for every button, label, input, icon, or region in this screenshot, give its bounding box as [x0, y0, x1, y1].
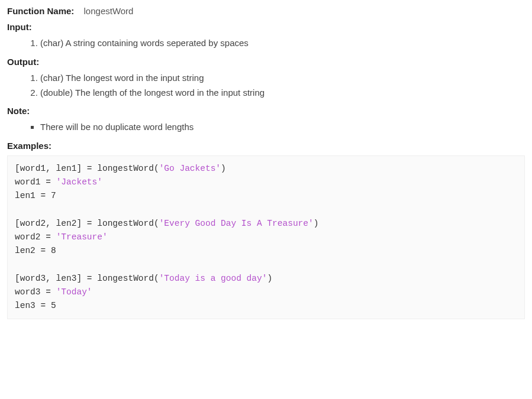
code-string: 'Treasure': [56, 232, 108, 242]
list-item: (double) The length of the longest word …: [40, 86, 525, 99]
code-string: 'Today': [56, 287, 92, 297]
code-text: len2 = 8: [15, 246, 56, 255]
code-text: ): [314, 219, 319, 228]
code-string: 'Go Jackets': [159, 164, 221, 173]
code-text: [word1, len1] = longestWord(: [15, 164, 159, 173]
code-text: [word2, len2] = longestWord(: [15, 219, 159, 228]
code-text: ): [267, 274, 272, 283]
examples-label: Examples:: [7, 141, 525, 151]
output-list: (char) The longest word in the input str…: [7, 72, 525, 99]
note-list: There will be no duplicate word lengths: [7, 121, 525, 134]
input-label: Input:: [7, 22, 525, 32]
code-text: ): [221, 164, 226, 173]
code-block: [word1, len1] = longestWord('Go Jackets'…: [7, 155, 525, 319]
code-string: 'Today is a good day': [159, 274, 267, 283]
code-text: [word3, len3] = longestWord(: [15, 274, 159, 283]
list-item: (char) The longest word in the input str…: [40, 72, 525, 85]
function-name-row: Function Name: longestWord: [7, 6, 525, 16]
note-label: Note:: [7, 106, 525, 116]
function-name-value: longestWord: [84, 6, 134, 16]
code-text: len1 = 7: [15, 191, 56, 200]
code-string: 'Jackets': [56, 177, 102, 187]
code-text: len3 = 5: [15, 301, 56, 310]
list-item: (char) A string containing words seperat…: [40, 37, 525, 50]
input-list: (char) A string containing words seperat…: [7, 37, 525, 50]
function-name-label: Function Name:: [7, 6, 74, 16]
code-text: word2 =: [15, 232, 56, 242]
code-text: word3 =: [15, 287, 56, 297]
list-item: There will be no duplicate word lengths: [40, 121, 525, 134]
code-string: 'Every Good Day Is A Treasure': [159, 219, 314, 228]
code-text: word1 =: [15, 177, 56, 187]
output-label: Output:: [7, 57, 525, 67]
